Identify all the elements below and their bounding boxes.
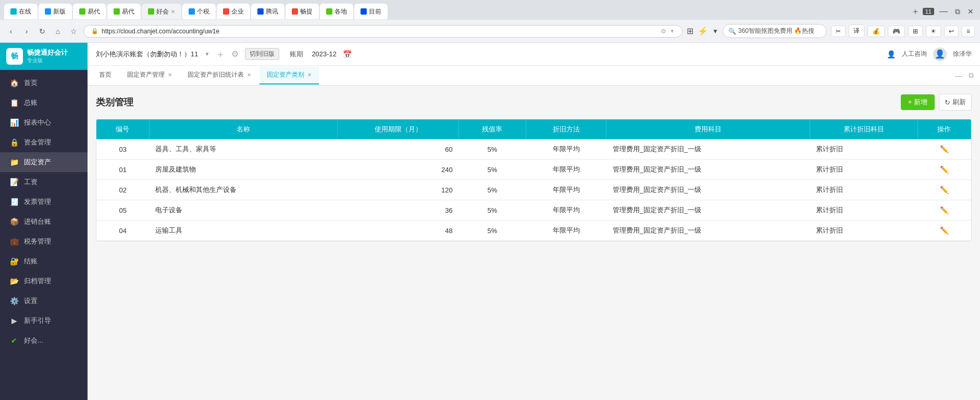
- browser-tab-geshuii[interactable]: 个税: [182, 4, 216, 19]
- inventory-icon: 📦: [9, 217, 19, 226]
- cell-rate-4: 5%: [459, 221, 526, 241]
- browser-tab-tencent[interactable]: 腾讯: [251, 4, 284, 19]
- cell-action-2[interactable]: ✏️: [917, 180, 971, 200]
- brightness-btn[interactable]: ☀: [926, 26, 941, 37]
- service-label[interactable]: 人工咨询: [902, 50, 927, 58]
- add-button[interactable]: + 新增: [901, 94, 935, 110]
- cell-action-3[interactable]: ✏️: [917, 200, 971, 221]
- sidebar-item-payroll[interactable]: 📝 工资: [0, 172, 88, 192]
- close-tab-category[interactable]: ✕: [307, 72, 312, 78]
- new-tab-btn[interactable]: ＋: [911, 6, 920, 17]
- sidebar-item-funds[interactable]: 🔒 资金管理: [0, 132, 88, 152]
- home-btn[interactable]: ⌂: [52, 26, 64, 37]
- sidebar-item-inventory[interactable]: 📦 进销台账: [0, 212, 88, 232]
- minimize-btn[interactable]: —: [937, 7, 950, 16]
- table-row: 03 器具、工具、家具等 60 5% 年限平均 管理费用_固定资产折旧_一级 累…: [96, 139, 971, 160]
- translate-btn[interactable]: 译: [849, 25, 864, 38]
- sidebar-item-haohui[interactable]: ✔ 好会...: [0, 331, 88, 350]
- sidebar-item-reports[interactable]: 📊 报表中心: [0, 113, 88, 132]
- grid-btn[interactable]: ⊞: [908, 26, 923, 37]
- cell-code-0[interactable]: 03: [96, 139, 149, 160]
- sidebar-item-closing[interactable]: 🔐 结账: [0, 251, 88, 271]
- cell-code-2[interactable]: 02: [96, 180, 149, 200]
- edit-icon-1[interactable]: ✏️: [940, 165, 949, 174]
- tab-home[interactable]: 首页: [92, 66, 119, 84]
- restore-btn[interactable]: ⧉: [953, 7, 962, 16]
- logo-title: 畅捷通好会计: [27, 49, 68, 57]
- bookmark-btn[interactable]: ☆: [68, 26, 79, 37]
- col-header-expense: 费用科目: [606, 119, 810, 139]
- sidebar-item-fixed-assets[interactable]: 📁 固定资产: [0, 152, 88, 172]
- address-dropdown[interactable]: ▼: [669, 28, 675, 34]
- dropdown-arrow-icon[interactable]: ▼: [204, 51, 209, 57]
- maximize-panel-icon[interactable]: ⧉: [966, 71, 976, 80]
- cell-name-0: 器具、工具、家具等: [149, 139, 337, 160]
- sidebar-item-home[interactable]: 🏠 首页: [0, 73, 88, 93]
- forward-btn[interactable]: ›: [21, 26, 32, 37]
- power-icon[interactable]: ⚡: [698, 26, 708, 36]
- scissors-btn[interactable]: ✂: [831, 26, 846, 37]
- tax-icon: 💼: [9, 237, 19, 246]
- close-btn[interactable]: ✕: [965, 7, 976, 16]
- address-bar[interactable]: 🔒 https://cloud.chanjet.com/accounting/u…: [83, 25, 683, 38]
- sidebar-item-guide[interactable]: ▶ 新手引导: [0, 311, 88, 331]
- calendar-icon[interactable]: 📅: [343, 50, 352, 58]
- switch-to-old-btn[interactable]: 切到旧版: [245, 48, 279, 60]
- minimize-panel-icon[interactable]: —: [953, 71, 964, 80]
- sidebar-item-settings[interactable]: ⚙️ 设置: [0, 291, 88, 311]
- refresh-button[interactable]: ↻ 刷新: [939, 94, 972, 111]
- back-btn[interactable]: ‹: [5, 26, 17, 37]
- undo-btn[interactable]: ↩: [944, 26, 959, 37]
- browser-tab-haohui[interactable]: 好会 ✕: [142, 4, 181, 19]
- cell-action-0[interactable]: ✏️: [917, 139, 971, 160]
- sidebar-item-ledger[interactable]: 📋 总账: [0, 93, 88, 113]
- browser-tab-yidai1[interactable]: 易代: [73, 4, 106, 19]
- cell-action-1[interactable]: ✏️: [917, 160, 971, 180]
- sidebar-item-tax[interactable]: 💼 税务管理: [0, 232, 88, 251]
- tab-count-badge: 11: [923, 8, 934, 15]
- edit-icon-3[interactable]: ✏️: [940, 206, 949, 214]
- edit-icon-2[interactable]: ✏️: [940, 186, 949, 194]
- tab-fixed-asset-mgmt[interactable]: 固定资产管理 ✕: [120, 66, 179, 84]
- edit-icon-0[interactable]: ✏️: [940, 145, 949, 153]
- page-tab-bar: 首页 固定资产管理 ✕ 固定资产折旧统计表 ✕ 固定资产类别 ✕ — ⧉: [88, 66, 980, 86]
- close-tab-depreciation[interactable]: ✕: [247, 72, 251, 78]
- nav-dropdown[interactable]: ▼: [712, 28, 718, 35]
- toolbar-icons: ✂ 译 💰 🎮 ⊞ ☀ ↩ ≡: [831, 25, 975, 38]
- browser-tab-yidai2[interactable]: 易代: [107, 4, 141, 19]
- close-tab-fixed-asset-mgmt[interactable]: ✕: [168, 72, 172, 78]
- add-account-btn[interactable]: ＋: [216, 48, 225, 60]
- cell-action-4[interactable]: ✏️: [917, 221, 971, 241]
- menu-btn[interactable]: ≡: [962, 26, 975, 37]
- cell-code-1[interactable]: 01: [96, 160, 149, 180]
- sidebar-item-archive[interactable]: 📂 归档管理: [0, 271, 88, 291]
- browser-tab-new[interactable]: 新版: [39, 4, 72, 19]
- browser-tab-changti[interactable]: 畅提: [286, 4, 319, 19]
- sidebar-label-archive: 归档管理: [24, 276, 51, 286]
- tab-depreciation-table[interactable]: 固定资产折旧统计表 ✕: [180, 66, 258, 84]
- extensions-icon[interactable]: ⊞: [687, 26, 693, 36]
- search-bar[interactable]: 🔍 360智能抠图免费用 🔥热搜: [723, 24, 827, 38]
- sidebar-label-haohui: 好会...: [24, 336, 43, 345]
- reload-btn[interactable]: ↻: [36, 26, 48, 37]
- close-tab-haohui[interactable]: ✕: [171, 9, 175, 15]
- cell-code-4[interactable]: 04: [96, 221, 149, 241]
- browser-tab-muqian[interactable]: 目前: [354, 4, 388, 19]
- browser-tab-online[interactable]: 在线: [4, 4, 38, 19]
- game-btn[interactable]: 🎮: [888, 26, 905, 37]
- secure-icon: 🔒: [91, 28, 98, 34]
- tab-asset-category[interactable]: 固定资产类别 ✕: [259, 66, 319, 84]
- cell-expense-0: 管理费用_固定资产折旧_一级: [606, 139, 810, 160]
- cell-code-3[interactable]: 05: [96, 200, 149, 221]
- app-wrapper: 畅 畅捷通好会计 专业版 🏠 首页 📋 总账 📊 报表中心 🔒 资金管理: [0, 43, 980, 400]
- edit-icon-4[interactable]: ✏️: [940, 226, 949, 235]
- cell-months-4: 48: [338, 221, 459, 241]
- settings-icon[interactable]: ⚙: [231, 49, 239, 59]
- period-label: 账期: [290, 50, 303, 59]
- site-settings-icon[interactable]: ⚙: [661, 28, 666, 35]
- browser-tab-qiye[interactable]: 企业: [217, 4, 250, 19]
- wallet-btn[interactable]: 💰: [867, 26, 885, 37]
- cell-accum-0: 累计折旧: [810, 139, 917, 160]
- sidebar-item-invoice[interactable]: 🧾 发票管理: [0, 192, 88, 212]
- browser-tab-gedi[interactable]: 各地: [320, 4, 353, 19]
